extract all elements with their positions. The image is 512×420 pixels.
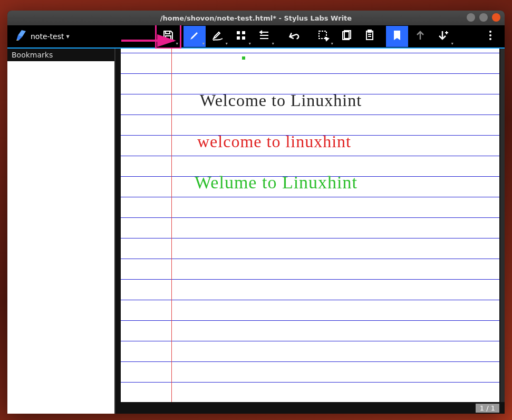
handwriting-line-3: Welume to Linuxhint xyxy=(195,173,358,193)
paste-icon xyxy=(363,29,376,44)
svg-point-13 xyxy=(489,38,491,40)
indent-icon xyxy=(258,29,271,44)
titlebar: /home/shovon/note-test.html* - Stylus La… xyxy=(7,11,505,25)
drawing-canvas[interactable]: Welcome to Linuxhint welcome to linuxhin… xyxy=(121,49,499,402)
view-grid-button[interactable] xyxy=(230,26,252,47)
document-tab[interactable]: note-test ▼ xyxy=(11,27,74,46)
handwriting-line-1: Welcome to Linuxhint xyxy=(200,91,362,110)
minimize-button[interactable] xyxy=(467,13,475,22)
select-button[interactable] xyxy=(312,26,334,47)
pen-style-button[interactable] xyxy=(207,26,229,47)
save-icon xyxy=(162,29,175,44)
page-indicator: 1 / 1 xyxy=(476,404,499,413)
window-controls xyxy=(467,13,500,22)
margin-line xyxy=(171,49,172,402)
svg-rect-2 xyxy=(237,31,240,34)
app-body: Bookmarks Welcome to Linuxhint welcome t… xyxy=(7,49,505,414)
annotation-highlight xyxy=(155,24,181,49)
next-page-button[interactable] xyxy=(432,26,455,47)
svg-rect-4 xyxy=(237,36,240,40)
bookmark-button[interactable] xyxy=(386,26,408,47)
select-icon xyxy=(317,29,330,44)
vertical-scrollbar[interactable] xyxy=(500,49,505,402)
pen-style-icon xyxy=(211,29,224,44)
undo-icon xyxy=(287,29,300,44)
svg-rect-10 xyxy=(368,30,371,32)
overflow-menu-button[interactable] xyxy=(479,26,501,47)
app-window: /home/shovon/note-test.html* - Stylus La… xyxy=(7,11,505,414)
close-button[interactable] xyxy=(492,13,500,22)
svg-rect-3 xyxy=(242,31,245,34)
sidebar-header: Bookmarks xyxy=(7,49,114,61)
canvas-area: Welcome to Linuxhint welcome to linuxhin… xyxy=(115,49,505,414)
svg-point-12 xyxy=(489,34,491,36)
document-tab-label: note-test xyxy=(31,32,64,41)
pen-tool-button[interactable] xyxy=(183,26,206,47)
handwriting-line-2: welcome to linuxhint xyxy=(197,132,351,151)
arrow-down-plus-icon xyxy=(437,29,450,44)
pen-icon xyxy=(188,29,201,44)
svg-point-11 xyxy=(489,31,491,33)
chevron-down-icon: ▼ xyxy=(66,34,69,39)
undo-button[interactable] xyxy=(283,26,305,47)
toolbar: note-test ▼ xyxy=(7,25,505,49)
paste-button[interactable] xyxy=(359,26,381,47)
maximize-button[interactable] xyxy=(479,13,488,22)
save-button[interactable] xyxy=(157,26,179,47)
svg-rect-1 xyxy=(166,36,171,40)
overflow-menu-icon xyxy=(484,29,497,44)
window-title: /home/shovon/note-test.html* - Stylus La… xyxy=(160,14,352,22)
svg-rect-0 xyxy=(166,31,170,34)
bookmarks-sidebar: Bookmarks xyxy=(7,49,115,414)
arrow-up-icon xyxy=(414,29,427,44)
svg-rect-5 xyxy=(242,36,245,40)
grid-icon xyxy=(235,29,247,44)
copy-button[interactable] xyxy=(335,26,358,47)
insert-space-button[interactable] xyxy=(253,26,275,47)
prev-page-button[interactable] xyxy=(409,26,431,47)
clipboard-icon xyxy=(340,29,353,44)
bookmarks-list[interactable] xyxy=(7,61,114,414)
bookmark-icon xyxy=(391,29,403,44)
pencil-icon xyxy=(15,30,27,44)
ink-cursor xyxy=(242,56,245,60)
